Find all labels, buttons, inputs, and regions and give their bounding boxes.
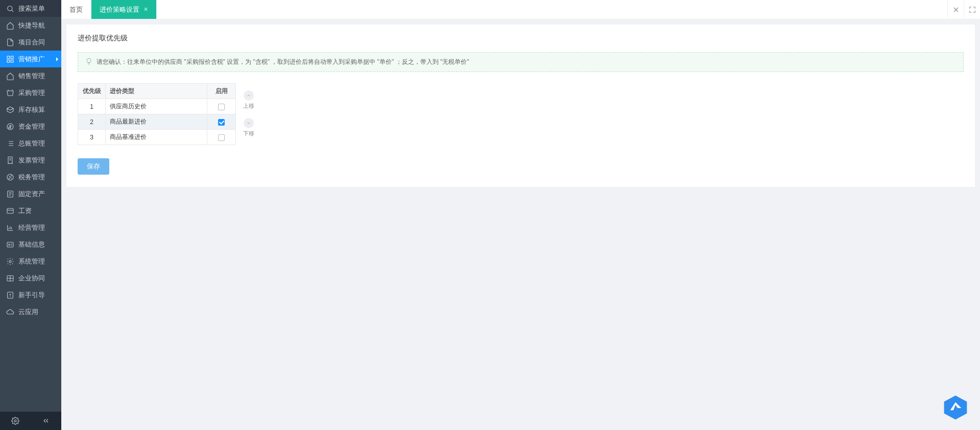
grid-icon: [6, 55, 14, 63]
file-icon: [6, 38, 14, 46]
sidebar-item-7[interactable]: 资金管理: [0, 118, 61, 135]
sidebar-item-2[interactable]: 项目合同: [0, 34, 61, 51]
sidebar-item-16[interactable]: 企业协同: [0, 270, 61, 286]
tab-home[interactable]: 首页: [61, 0, 91, 19]
move-up-button[interactable]: 上移: [243, 90, 254, 110]
cell-priority: 3: [78, 130, 106, 145]
sidebar-item-label: 采购管理: [18, 88, 45, 98]
sidebar-item-3[interactable]: 营销推广: [0, 51, 61, 67]
sidebar-item-11[interactable]: 固定资产: [0, 185, 61, 202]
table-row[interactable]: 3商品基准进价: [78, 130, 236, 145]
sidebar-item-label: 销售管理: [18, 71, 45, 81]
sidebar-item-0[interactable]: 搜索菜单: [0, 0, 61, 17]
sidebar-item-17[interactable]: 新手引导: [0, 286, 61, 303]
assistant-badge[interactable]: [942, 394, 969, 421]
home-icon: [6, 21, 14, 30]
collapse-sidebar-button[interactable]: [31, 412, 61, 430]
sidebar-footer: [0, 412, 61, 430]
search-icon: [6, 5, 14, 13]
move-up-label: 上移: [243, 102, 254, 110]
doc-icon: [6, 190, 14, 198]
chart-icon: [6, 224, 14, 232]
sidebar-item-label: 快捷导航: [18, 21, 45, 30]
svg-marker-16: [944, 396, 967, 420]
sidebar-item-5[interactable]: 采购管理: [0, 84, 61, 101]
tabs-right-controls: [947, 0, 980, 19]
settings-button[interactable]: [0, 412, 31, 430]
fullscreen-button[interactable]: [964, 0, 980, 19]
box-icon: [6, 106, 14, 114]
collapse-icon: [42, 417, 50, 425]
svg-rect-2: [11, 56, 13, 59]
svg-point-15: [14, 420, 16, 422]
svg-rect-8: [7, 208, 13, 213]
svg-point-11: [9, 260, 11, 262]
table-row[interactable]: 1供应商历史价: [78, 99, 236, 114]
move-down-button[interactable]: 下移: [243, 118, 254, 137]
save-button[interactable]: 保存: [78, 158, 109, 175]
svg-rect-4: [11, 60, 13, 62]
priority-table: 优先级 进价类型 启用 1供应商历史价2商品最新进价3商品基准进价: [78, 83, 236, 145]
sidebar-item-14[interactable]: 基础信息: [0, 236, 61, 253]
gear-icon: [11, 417, 19, 425]
cell-type: 供应商历史价: [106, 99, 207, 114]
sidebar-item-8[interactable]: 总账管理: [0, 135, 61, 152]
main-panel: 进价提取优先级 请您确认：往来单位中的供应商 "采购报价含税" 设置，为 "含税…: [66, 25, 975, 187]
sidebar-item-label: 基础信息: [18, 240, 45, 249]
sidebar-item-label: 库存核算: [18, 105, 45, 114]
cell-priority: 1: [78, 99, 106, 114]
sidebar-item-label: 工资: [18, 206, 32, 216]
svg-rect-9: [7, 242, 13, 247]
table-area: 优先级 进价类型 启用 1供应商历史价2商品最新进价3商品基准进价 上移: [78, 83, 964, 145]
sidebar-item-label: 项目合同: [18, 38, 45, 47]
home-icon: [6, 72, 14, 80]
sidebar-item-18[interactable]: 云应用: [0, 303, 61, 320]
sidebar-item-15[interactable]: 系统管理: [0, 253, 61, 270]
sidebar-item-4[interactable]: 销售管理: [0, 67, 61, 84]
sidebar-item-9[interactable]: 发票管理: [0, 152, 61, 169]
info-alert: 请您确认：往来单位中的供应商 "采购报价含税" 设置，为 "含税" ，取到进价后…: [78, 52, 964, 72]
team-icon: [6, 274, 14, 282]
close-all-tabs-button[interactable]: [947, 0, 964, 19]
svg-rect-3: [7, 60, 10, 62]
move-controls: 上移 下移: [243, 83, 254, 137]
sidebar-item-label: 系统管理: [18, 257, 45, 266]
th-type: 进价类型: [106, 84, 207, 99]
tab-active-label: 进价策略设置: [100, 5, 139, 14]
close-icon: [952, 6, 960, 14]
sidebar-item-label: 搜索菜单: [18, 4, 45, 13]
svg-point-14: [10, 294, 10, 295]
sidebar-item-label: 总账管理: [18, 139, 45, 148]
sidebar-item-label: 经营管理: [18, 223, 45, 232]
content-wrap: 进价提取优先级 请您确认：往来单位中的供应商 "采购报价含税" 设置，为 "含税…: [61, 19, 980, 430]
cell-enabled: [207, 130, 236, 145]
sidebar-item-12[interactable]: 工资: [0, 202, 61, 219]
tabs-bar: 首页 进价策略设置 ✕: [61, 0, 980, 19]
sidebar-item-1[interactable]: 快捷导航: [0, 17, 61, 34]
tab-close-icon[interactable]: ✕: [144, 6, 148, 13]
sidebar-item-label: 资金管理: [18, 122, 45, 131]
table-row[interactable]: 2商品最新进价: [78, 114, 236, 130]
sidebar-menu: 搜索菜单快捷导航项目合同营销推广销售管理采购管理库存核算资金管理总账管理发票管理…: [0, 0, 61, 412]
sidebar-item-label: 云应用: [18, 307, 38, 317]
enable-checkbox[interactable]: [218, 119, 225, 126]
bag-icon: [6, 89, 14, 97]
enable-checkbox[interactable]: [218, 104, 225, 110]
cell-enabled: [207, 114, 236, 130]
enable-checkbox[interactable]: [218, 134, 225, 141]
sidebar-item-13[interactable]: 经营管理: [0, 219, 61, 236]
gear-icon: [6, 257, 14, 266]
tab-home-label: 首页: [69, 5, 83, 14]
sidebar-item-label: 发票管理: [18, 156, 45, 165]
sidebar-item-6[interactable]: 库存核算: [0, 101, 61, 118]
sidebar: 搜索菜单快捷导航项目合同营销推广销售管理采购管理库存核算资金管理总账管理发票管理…: [0, 0, 61, 430]
svg-point-10: [9, 244, 10, 245]
cell-type: 商品最新进价: [106, 114, 207, 130]
th-priority: 优先级: [78, 84, 106, 99]
sidebar-item-10[interactable]: 税务管理: [0, 169, 61, 185]
alert-text: 请您确认：往来单位中的供应商 "采购报价含税" 设置，为 "含税" ，取到进价后…: [97, 58, 469, 66]
tab-price-strategy[interactable]: 进价策略设置 ✕: [91, 0, 157, 19]
svg-point-0: [8, 6, 12, 10]
main-area: 首页 进价策略设置 ✕ 进价提取优先级 请您确认：往来单位中的供应商 "采购报价…: [61, 0, 980, 430]
priority-table-body: 1供应商历史价2商品最新进价3商品基准进价: [78, 99, 236, 145]
